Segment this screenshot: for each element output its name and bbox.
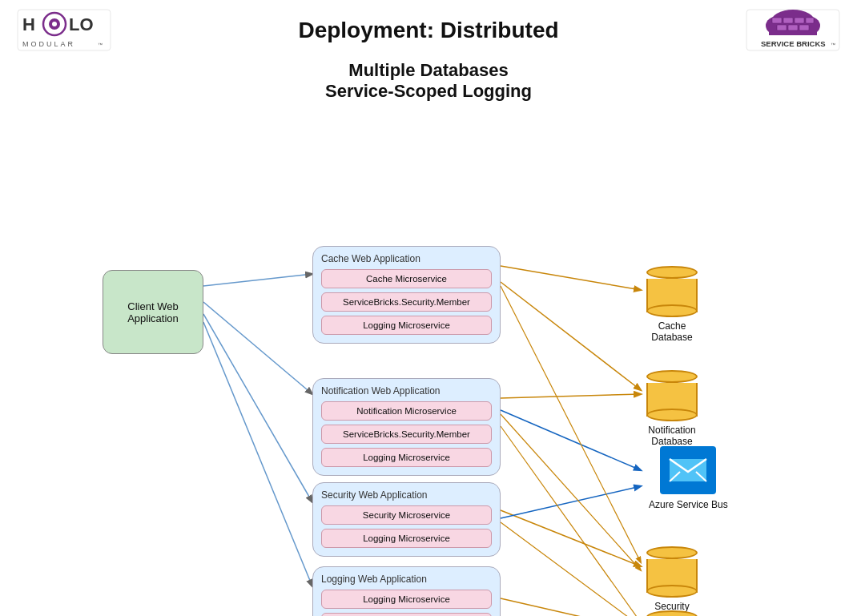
security-microservice: Security Microservice: [321, 505, 492, 525]
header: H LO MODULAR ™ Deployment: Distributed S…: [0, 0, 857, 60]
security-db-top: [646, 546, 698, 559]
notification-logging: Logging Microservice: [321, 448, 492, 467]
security-webapp-container: Security Web Application Security Micros…: [312, 482, 501, 557]
notification-webapp-container: Notification Web Application Notificatio…: [312, 378, 501, 476]
svg-line-22: [203, 274, 312, 286]
svg-line-32: [501, 282, 641, 390]
svg-line-36: [501, 522, 641, 616]
svg-line-35: [501, 426, 641, 616]
svg-line-27: [501, 394, 641, 398]
security-db-body: [646, 559, 698, 593]
svg-rect-14: [783, 18, 793, 23]
svg-line-26: [501, 266, 641, 290]
logging-webapp-title: Logging Web Application: [321, 574, 492, 585]
cache-db-top: [646, 266, 698, 279]
svg-rect-17: [777, 25, 787, 30]
subtitle: Multiple Databases Service-Scoped Loggin…: [0, 60, 857, 102]
svg-point-4: [52, 22, 57, 26]
cache-db-label: CacheDatabase: [651, 320, 692, 343]
cache-webapp-container: Cache Web Application Cache Microservice…: [312, 246, 501, 344]
logging-microservice: Logging Microservice: [321, 590, 492, 609]
svg-line-30: [501, 486, 641, 518]
cache-microservice: Cache Microservice: [321, 269, 492, 288]
cache-db-bottom: [646, 304, 698, 317]
service-bricks-logo: SERVICE BRICKS ™: [745, 8, 841, 52]
svg-line-33: [501, 286, 641, 562]
notification-microservice: Notification Microservice: [321, 401, 492, 421]
diagram: Client Web Application Cache Web Applica…: [0, 110, 857, 616]
cache-logging: Logging Microservice: [321, 316, 492, 335]
svg-rect-15: [795, 18, 804, 23]
svg-line-23: [203, 302, 312, 394]
svg-line-29: [501, 510, 641, 566]
cache-db-body: [646, 279, 698, 312]
svg-rect-19: [799, 25, 809, 30]
logging-db-top: [646, 610, 698, 616]
logging-webapp-container: Logging Web Application Logging Microser…: [312, 566, 501, 616]
notif-db-top: [646, 370, 698, 383]
security-webapp-title: Security Web Application: [321, 489, 492, 501]
svg-text:™: ™: [831, 42, 835, 47]
svg-rect-13: [772, 18, 782, 23]
svg-line-31: [501, 598, 641, 616]
azure-sb-icon: [660, 446, 716, 494]
azure-sb-label: Azure Service Bus: [649, 499, 728, 510]
cache-database: CacheDatabase: [646, 266, 698, 343]
notification-security-member: ServiceBricks.Security.Member: [321, 425, 492, 444]
svg-line-24: [203, 314, 312, 502]
security-logging: Logging Microservice: [321, 529, 492, 548]
svg-rect-16: [806, 18, 814, 23]
svg-text:H: H: [22, 14, 35, 34]
security-db-bottom: [646, 585, 698, 598]
svg-text:SERVICE BRICKS: SERVICE BRICKS: [761, 39, 826, 48]
svg-rect-18: [788, 25, 798, 30]
logging-security-member: ServiceBricks.Security.Member: [321, 613, 492, 616]
svg-text:LO: LO: [69, 14, 94, 34]
notif-db-body: [646, 383, 698, 417]
page-title: Deployment: Distributed: [112, 18, 745, 43]
azure-service-bus: Azure Service Bus: [649, 446, 728, 510]
logging-database: LoggingDatabase: [646, 610, 698, 616]
notification-database: NotificationDatabase: [646, 370, 698, 447]
cache-webapp-title: Cache Web Application: [321, 253, 492, 264]
svg-text:™: ™: [98, 42, 103, 47]
notif-db-bottom: [646, 409, 698, 421]
svg-line-28: [501, 410, 641, 470]
notification-webapp-title: Notification Web Application: [321, 385, 492, 397]
notification-db-label: NotificationDatabase: [648, 425, 695, 447]
svg-line-25: [203, 322, 312, 586]
svg-text:MODULAR: MODULAR: [22, 40, 75, 48]
holo-modular-logo: H LO MODULAR ™: [16, 8, 112, 52]
svg-line-34: [501, 414, 641, 570]
client-web-application: Client Web Application: [103, 270, 203, 354]
cache-security-member: ServiceBricks.Security.Member: [321, 292, 492, 312]
security-database: SecurityDatabase: [646, 546, 698, 616]
